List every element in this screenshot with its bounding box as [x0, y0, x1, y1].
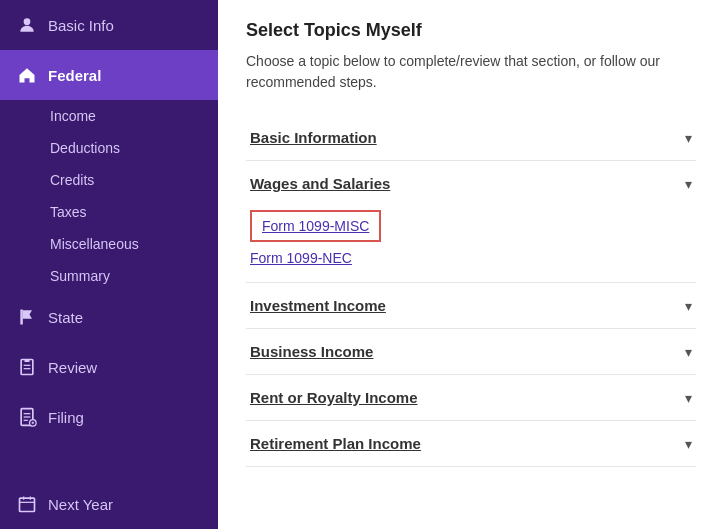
accordion-header-wages-and-salaries[interactable]: Wages and Salaries▾ — [246, 161, 696, 206]
sidebar-item-federal[interactable]: Federal — [0, 50, 218, 100]
accordion-header-rent-or-royalty-income[interactable]: Rent or Royalty Income▾ — [246, 375, 696, 420]
svg-rect-12 — [20, 498, 35, 511]
sidebar-item-next-year[interactable]: Next Year — [0, 479, 218, 529]
clipboard-icon — [16, 356, 38, 378]
sidebar-item-state-label: State — [48, 309, 83, 326]
chevron-down-icon: ▾ — [685, 344, 692, 360]
accordion-label-investment-income: Investment Income — [250, 297, 386, 314]
sidebar-spacer — [0, 442, 218, 479]
sidebar-item-basic-info-label: Basic Info — [48, 17, 114, 34]
federal-sub-menu: Income Deductions Credits Taxes Miscella… — [0, 100, 218, 292]
sidebar-item-federal-label: Federal — [48, 67, 101, 84]
calendar-icon — [16, 493, 38, 515]
accordion-label-business-income: Business Income — [250, 343, 373, 360]
sidebar-sub-deductions[interactable]: Deductions — [0, 132, 218, 164]
accordion-body-wages-and-salaries: Form 1099-MISCForm 1099-NEC — [246, 206, 696, 282]
sidebar-item-review[interactable]: Review — [0, 342, 218, 392]
person-icon — [16, 14, 38, 36]
accordion-item-wages-and-salaries: Wages and Salaries▾Form 1099-MISCForm 10… — [246, 161, 696, 283]
accordion-label-rent-or-royalty-income: Rent or Royalty Income — [250, 389, 418, 406]
chevron-down-icon: ▾ — [685, 298, 692, 314]
page-title: Select Topics Myself — [246, 20, 696, 41]
chevron-down-icon: ▾ — [685, 436, 692, 452]
flag-icon — [16, 306, 38, 328]
sidebar-item-basic-info[interactable]: Basic Info — [0, 0, 218, 50]
sidebar-sub-miscellaneous[interactable]: Miscellaneous — [0, 228, 218, 260]
svg-rect-1 — [20, 310, 23, 325]
sidebar-item-next-year-label: Next Year — [48, 496, 113, 513]
sidebar-item-filing[interactable]: Filing — [0, 392, 218, 442]
sidebar-item-review-label: Review — [48, 359, 97, 376]
sidebar-sub-income[interactable]: Income — [0, 100, 218, 132]
accordion-item-investment-income: Investment Income▾ — [246, 283, 696, 329]
accordion-header-investment-income[interactable]: Investment Income▾ — [246, 283, 696, 328]
accordion-label-retirement-plan-income: Retirement Plan Income — [250, 435, 421, 452]
svg-point-0 — [24, 18, 31, 25]
page-description: Choose a topic below to complete/review … — [246, 51, 696, 93]
chevron-down-icon: ▾ — [685, 130, 692, 146]
link-form-1099-nec[interactable]: Form 1099-NEC — [250, 246, 692, 270]
sidebar-sub-credits[interactable]: Credits — [0, 164, 218, 196]
accordion-header-basic-information[interactable]: Basic Information▾ — [246, 115, 696, 160]
accordion-item-rent-or-royalty-income: Rent or Royalty Income▾ — [246, 375, 696, 421]
sidebar-sub-summary[interactable]: Summary — [0, 260, 218, 292]
sidebar: Basic Info Federal Income Deductions Cre… — [0, 0, 218, 529]
accordion-container: Basic Information▾Wages and Salaries▾For… — [246, 115, 696, 467]
accordion-item-basic-information: Basic Information▾ — [246, 115, 696, 161]
accordion-item-business-income: Business Income▾ — [246, 329, 696, 375]
document-icon — [16, 406, 38, 428]
sidebar-item-filing-label: Filing — [48, 409, 84, 426]
sidebar-sub-taxes[interactable]: Taxes — [0, 196, 218, 228]
main-content: Select Topics Myself Choose a topic belo… — [218, 0, 724, 529]
link-form-1099-misc[interactable]: Form 1099-MISC — [250, 210, 381, 242]
chevron-down-icon: ▾ — [685, 176, 692, 192]
accordion-header-retirement-plan-income[interactable]: Retirement Plan Income▾ — [246, 421, 696, 466]
home-icon — [16, 64, 38, 86]
sidebar-item-state[interactable]: State — [0, 292, 218, 342]
accordion-label-wages-and-salaries: Wages and Salaries — [250, 175, 390, 192]
accordion-label-basic-information: Basic Information — [250, 129, 377, 146]
accordion-item-retirement-plan-income: Retirement Plan Income▾ — [246, 421, 696, 467]
accordion-header-business-income[interactable]: Business Income▾ — [246, 329, 696, 374]
chevron-down-icon: ▾ — [685, 390, 692, 406]
